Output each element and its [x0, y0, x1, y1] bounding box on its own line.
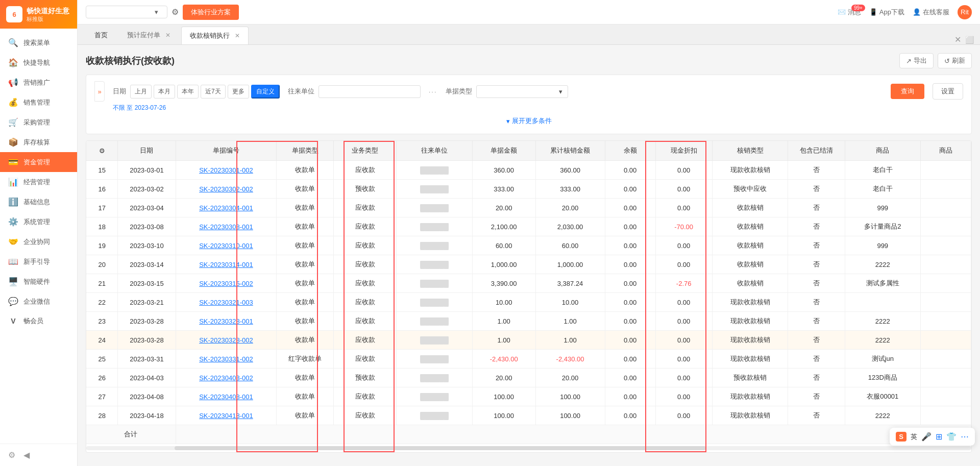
export-button[interactable]: ↗ 导出: [899, 53, 934, 68]
cell-accum: 360.00: [535, 161, 605, 180]
cell-no: 28: [86, 406, 118, 425]
query-button[interactable]: 查询: [891, 84, 924, 99]
horizontal-scrollbar[interactable]: [86, 446, 971, 450]
cell-include-settled: 否: [788, 387, 845, 406]
sidebar-item-operations[interactable]: 📊 经营管理: [0, 172, 77, 192]
sidebar-item-hardware[interactable]: 🖥️ 智能硬件: [0, 272, 77, 291]
sidebar-item-member[interactable]: V 畅会员: [0, 311, 77, 331]
cell-product: 多计量商品2: [845, 217, 920, 236]
cell-voucher-no[interactable]: SK-20230310-001: [176, 236, 277, 255]
cell-product: 123D商品: [845, 369, 920, 387]
cell-voucher-no[interactable]: SK-20230403-002: [176, 369, 277, 387]
cell-voucher-no[interactable]: SK-20230308-001: [176, 217, 277, 236]
shirt-icon[interactable]: 👕: [946, 432, 957, 442]
sidebar-item-basic[interactable]: ℹ️ 基础信息: [0, 192, 77, 212]
this-year-btn[interactable]: 本年: [177, 85, 199, 99]
cell-accum: -2,430.00: [535, 350, 605, 369]
cell-balance: 0.00: [605, 293, 655, 312]
sidebar-item-purchase[interactable]: 🛒 采购管理: [0, 112, 77, 132]
sidebar-item-corp[interactable]: 🤝 企业协同: [0, 232, 77, 252]
refresh-button[interactable]: ↺ 刷新: [938, 53, 972, 68]
tab-receipt-close[interactable]: ✕: [235, 32, 240, 39]
date-buttons: 上月 本月 本年 近7天 更多 自定义: [130, 85, 280, 99]
scrollbar-thumb[interactable]: [175, 446, 705, 450]
last-7-days-btn[interactable]: 近7天: [201, 85, 226, 99]
cell-voucher-no[interactable]: SK-20230314-001: [176, 255, 277, 274]
cell-date: 2023-03-15: [118, 274, 176, 293]
voucher-type-select[interactable]: ▾: [476, 85, 568, 98]
sidebar-item-guide[interactable]: 📖 新手引导: [0, 252, 77, 272]
cell-biz-type: 应收款: [333, 255, 397, 274]
sidebar-item-wechat[interactable]: 💬 企业微信: [0, 291, 77, 311]
app-download[interactable]: 📱 App下载: [869, 8, 904, 17]
filter-settings-button[interactable]: 设置: [933, 83, 963, 100]
cell-voucher-no[interactable]: SK-20230321-003: [176, 293, 277, 312]
cell-counterparty: ██████: [397, 350, 472, 369]
cell-product: 2222: [845, 406, 920, 425]
industry-solution-button[interactable]: 体验行业方案: [183, 5, 239, 20]
cell-product: 老白干: [845, 180, 920, 199]
sidebar-item-sales[interactable]: 💰 销售管理: [0, 92, 77, 112]
table-row: 24 2023-03-28 SK-20230328-002 收款单 应收款 ██…: [86, 331, 971, 350]
cell-voucher-type: 收款单: [277, 387, 333, 406]
filter-collapse-btn[interactable]: »: [94, 81, 105, 102]
sidebar-item-marketing[interactable]: 📢 营销推广: [0, 72, 77, 92]
tab-expand-icon[interactable]: ⬜: [965, 36, 974, 44]
cell-cash-discount: 0.00: [655, 161, 712, 180]
counterparty-input[interactable]: [318, 85, 421, 98]
cell-include-settled: 否: [788, 161, 845, 180]
cell-date: 2023-03-08: [118, 217, 176, 236]
tab-prepay-close[interactable]: ✕: [165, 32, 170, 39]
cell-voucher-no[interactable]: SK-20230418-001: [176, 406, 277, 425]
footer-values: [176, 425, 971, 444]
custom-date-btn[interactable]: 自定义: [251, 85, 280, 99]
cell-balance: 0.00: [605, 312, 655, 331]
cell-voucher-no[interactable]: SK-20230304-001: [176, 199, 277, 217]
col-settings-header[interactable]: ⚙: [86, 141, 118, 161]
sidebar-item-inventory[interactable]: 📦 库存核算: [0, 132, 77, 152]
cell-no: 27: [86, 387, 118, 406]
more-btn[interactable]: 更多: [228, 85, 249, 99]
cell-product2: [920, 350, 971, 369]
cell-voucher-type: 收款单: [277, 369, 333, 387]
tab-prepay[interactable]: 预计应付单 ✕: [118, 26, 179, 44]
dots-icon[interactable]: ⋯: [961, 432, 969, 442]
cell-no: 25: [86, 350, 118, 369]
cell-counterparty: ██████: [397, 387, 472, 406]
this-month-btn[interactable]: 本月: [154, 85, 175, 99]
tabbar: 首页 预计应付单 ✕ 收款核销执行 ✕ ✕ ⬜: [78, 24, 980, 45]
sidebar-item-system[interactable]: ⚙️ 系统管理: [0, 212, 77, 232]
cell-voucher-no[interactable]: SK-20230408-001: [176, 387, 277, 406]
tab-home[interactable]: 首页: [86, 26, 116, 44]
grid-icon[interactable]: ⊞: [936, 432, 942, 442]
tab-close-icon[interactable]: ✕: [954, 35, 961, 44]
expand-more-btn[interactable]: ▾ 展开更多条件: [94, 114, 963, 128]
topbar-right: ✉️ 消息 99+ 📱 App下载 👤 在线客服 Rit: [838, 5, 972, 19]
sidebar-item-quick[interactable]: 🏠 快捷导航: [0, 53, 77, 72]
settings-footer-icon[interactable]: ⚙: [8, 450, 15, 460]
sidebar-item-finance[interactable]: 💳 资金管理: [0, 152, 77, 172]
cell-voucher-type: 收款单: [277, 293, 333, 312]
cell-voucher-no[interactable]: SK-20230301-002: [176, 161, 277, 180]
company-selector[interactable]: ▾: [86, 6, 167, 18]
cell-voucher-no[interactable]: SK-20230328-002: [176, 331, 277, 350]
online-service[interactable]: 👤 在线客服: [913, 8, 949, 17]
cell-voucher-no[interactable]: SK-20230328-001: [176, 312, 277, 331]
table-settings-icon[interactable]: ⚙: [99, 147, 105, 155]
cell-voucher-no[interactable]: SK-20230331-002: [176, 350, 277, 369]
collapse-icon[interactable]: ◀: [23, 450, 30, 460]
cell-voucher-no[interactable]: SK-20230315-002: [176, 274, 277, 293]
user-avatar[interactable]: Rit: [958, 5, 972, 19]
logo-text: 畅快道好生意 标推版: [27, 6, 69, 22]
gear-icon[interactable]: ⚙: [172, 7, 179, 17]
cell-product2: [920, 387, 971, 406]
message-area[interactable]: ✉️ 消息 99+: [838, 8, 861, 17]
cell-writeoff-type: 现款收款核销: [712, 312, 788, 331]
wechat-icon: 💬: [8, 297, 18, 306]
mic-icon[interactable]: 🎤: [921, 432, 932, 442]
tab-receipt[interactable]: 收款核销执行 ✕: [181, 27, 249, 44]
cell-voucher-no[interactable]: SK-20230302-002: [176, 180, 277, 199]
sidebar-item-search[interactable]: 🔍 搜索菜单: [0, 33, 77, 53]
last-month-btn[interactable]: 上月: [130, 85, 152, 99]
col-accum-header: 累计核销金额: [535, 141, 605, 161]
